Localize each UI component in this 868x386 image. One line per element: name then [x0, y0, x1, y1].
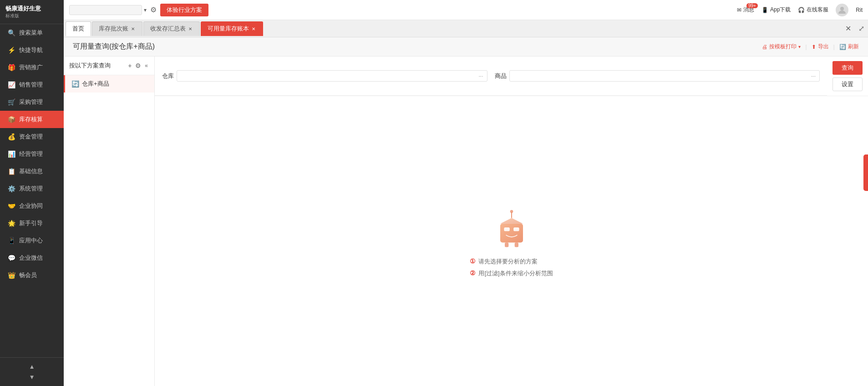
- trial-btn[interactable]: 体验行业方案: [160, 4, 208, 16]
- sidebar-item-label: 销售管理: [19, 81, 43, 89]
- empty-tip-2: ② 用[过滤]条件来缩小分析范围: [470, 269, 553, 278]
- print-icon: 🖨: [762, 44, 767, 50]
- tab-batch-close[interactable]: ✕: [130, 26, 136, 31]
- svg-point-5: [510, 210, 513, 213]
- right-edge-accent: [863, 154, 868, 191]
- sidebar-item-inventory[interactable]: 📦 库存核算: [0, 111, 64, 128]
- query-actions: 查询 设置: [827, 57, 868, 96]
- refresh-btn[interactable]: 🔄 刷新: [839, 43, 859, 51]
- print-dropdown-icon[interactable]: ▾: [798, 44, 801, 49]
- sidebar-item-system[interactable]: ⚙️ 系统管理: [0, 180, 64, 197]
- sidebar-scroll-down[interactable]: ▼: [4, 372, 60, 382]
- settings-btn[interactable]: 设置: [832, 77, 863, 91]
- member-icon: 👑: [7, 271, 15, 279]
- scheme-item[interactable]: 🔄 仓库+商品: [64, 75, 154, 93]
- tab-available-close[interactable]: ✕: [251, 26, 256, 31]
- sidebar-item-wechat[interactable]: 💬 企业微信: [0, 249, 64, 267]
- sidebar-item-apps[interactable]: 📱 应用中心: [0, 232, 64, 249]
- topbar-search-input[interactable]: [69, 5, 142, 15]
- search-icon: 🔍: [7, 29, 15, 37]
- topbar-gear-icon[interactable]: ⚙: [150, 5, 157, 14]
- sidebar-item-label: 库存核算: [19, 115, 43, 124]
- topbar-app[interactable]: 📱 App下载: [761, 6, 791, 14]
- sidebar-item-marketing[interactable]: 🎁 营销推广: [0, 59, 64, 76]
- sidebar-item-label: 基础信息: [19, 167, 43, 175]
- user-avatar-icon: [838, 5, 847, 15]
- topbar-username[interactable]: Rit: [856, 7, 863, 13]
- sidebar-item-purchase[interactable]: 🛒 采购管理: [0, 93, 64, 111]
- scheme-panel-actions: + ⚙ «: [127, 61, 149, 70]
- empty-tip-1: ① 请先选择要分析的方案: [470, 257, 553, 266]
- tab-summary-label: 收发存汇总表: [150, 25, 186, 33]
- tab-available-label: 可用量库存账本: [208, 25, 249, 33]
- sidebar-item-label: 新手引导: [19, 219, 43, 227]
- print-btn[interactable]: 🖨 按模板打印 ▾: [762, 43, 801, 51]
- scheme-settings-btn[interactable]: ⚙: [134, 61, 142, 70]
- sidebar-item-member[interactable]: 👑 畅会员: [0, 267, 64, 284]
- tab-available-stock[interactable]: 可用量库存账本 ✕: [201, 21, 263, 36]
- sidebar-item-shortcut[interactable]: ⚡ 快捷导航: [0, 41, 64, 59]
- topbar: ▾ ⚙ 体验行业方案 ✉ 消息 99+ 📱 App下载 🎧 在线客服: [64, 0, 868, 20]
- brand-name: 畅康通好生意: [5, 5, 58, 13]
- topbar-dropdown-arrow[interactable]: ▾: [144, 7, 147, 13]
- scheme-panel-title: 按以下方案查询: [69, 62, 124, 70]
- tip-text-2: 用[过滤]条件来缩小分析范围: [478, 269, 553, 278]
- export-btn[interactable]: ⬆ 导出: [812, 43, 829, 51]
- query-btn[interactable]: 查询: [832, 61, 863, 75]
- avatar: [836, 4, 848, 16]
- refresh-label: 刷新: [848, 43, 859, 51]
- goods-more-btn[interactable]: ···: [811, 73, 816, 79]
- tab-batch-accounts[interactable]: 库存批次账 ✕: [92, 21, 142, 36]
- tab-maximize-btn[interactable]: ⤢: [857, 22, 866, 35]
- msg-icon: ✉: [737, 7, 741, 13]
- tab-close-all-btn[interactable]: ✕: [843, 22, 853, 35]
- tab-summary[interactable]: 收发存汇总表 ✕: [143, 21, 200, 36]
- warehouse-label: 仓库: [162, 72, 174, 80]
- scheme-add-btn[interactable]: +: [127, 61, 132, 70]
- goods-input[interactable]: [513, 72, 809, 79]
- service-label: 在线客服: [807, 6, 828, 14]
- warehouse-input[interactable]: [181, 72, 477, 79]
- tabs-bar: 首页 库存批次账 ✕ 收发存汇总表 ✕ 可用量库存账本 ✕ ✕ ⤢: [64, 20, 868, 37]
- sidebar-item-finance[interactable]: 💰 资金管理: [0, 128, 64, 145]
- apps-icon: 📱: [7, 237, 15, 245]
- print-label: 按模板打印: [769, 43, 797, 51]
- sidebar-item-sales[interactable]: 📈 销售管理: [0, 76, 64, 93]
- topbar-service[interactable]: 🎧 在线客服: [798, 6, 828, 14]
- sidebar-item-enterprise[interactable]: 🤝 企业协同: [0, 197, 64, 215]
- empty-state: ① 请先选择要分析的方案 ② 用[过滤]条件来缩小分析范围: [155, 96, 868, 386]
- export-icon: ⬆: [812, 44, 816, 50]
- warehouse-more-btn[interactable]: ···: [478, 73, 483, 79]
- divider2: |: [833, 43, 835, 50]
- export-label: 导出: [818, 43, 829, 51]
- sidebar-item-label: 资金管理: [19, 133, 43, 141]
- goods-label: 商品: [495, 72, 507, 80]
- sidebar-scroll-up[interactable]: ▲: [4, 361, 60, 372]
- sidebar-item-operations[interactable]: 📊 经营管理: [0, 145, 64, 163]
- money-icon: 💰: [7, 133, 15, 141]
- svg-rect-1: [500, 224, 523, 243]
- scheme-collapse-btn[interactable]: «: [144, 61, 149, 70]
- svg-point-0: [840, 7, 844, 10]
- warehouse-input-wrap: ···: [177, 70, 487, 82]
- sidebar-item-newbie[interactable]: 🌟 新手引导: [0, 215, 64, 232]
- tab-home[interactable]: 首页: [66, 21, 91, 36]
- page-header: 可用量查询(按仓库+商品) 🖨 按模板打印 ▾ | ⬆ 导出 | 🔄 刷新: [64, 37, 868, 57]
- sidebar-item-search[interactable]: 🔍 搜索菜单: [0, 24, 64, 41]
- sidebar-item-label: 采购管理: [19, 98, 43, 106]
- sidebar-item-basics[interactable]: 📋 基础信息: [0, 163, 64, 180]
- topbar-msg[interactable]: ✉ 消息 99+: [737, 6, 754, 14]
- warehouse-filter: 仓库 ···: [162, 70, 487, 82]
- goods-filter: 商品 ···: [495, 70, 820, 82]
- sidebar-nav: 🔍 搜索菜单 ⚡ 快捷导航 🎁 营销推广 📈 销售管理 🛒 采购管理 📦: [0, 24, 64, 357]
- page-title: 可用量查询(按仓库+商品): [73, 42, 762, 51]
- tab-summary-close[interactable]: ✕: [188, 26, 193, 31]
- tip-text-1: 请先选择要分析的方案: [478, 257, 538, 266]
- sidebar-item-label: 营销推广: [19, 63, 43, 72]
- sidebar-item-label: 畅会员: [19, 271, 37, 279]
- refresh-icon: 🔄: [839, 44, 846, 50]
- tip-num-1: ①: [470, 257, 476, 265]
- chart-icon: 📈: [7, 81, 15, 89]
- gift-icon: 🎁: [7, 63, 15, 72]
- topbar-search: ▾: [69, 5, 147, 15]
